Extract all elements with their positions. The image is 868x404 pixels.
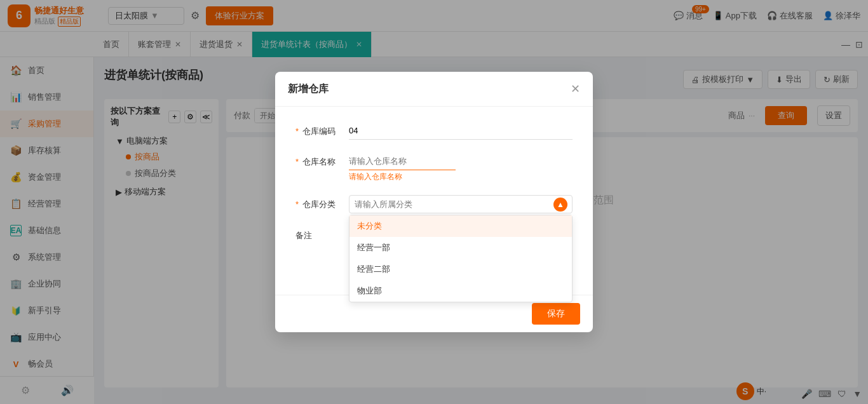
category-field-row: * 仓库分类 ▲ 未分类 经营一部 经营二部 物业部 [295,195,573,213]
dialog-body: * 仓库编码 * 仓库名称 请输入仓库名称 * 仓库分类 [275,107,593,295]
dropdown-item-1[interactable]: 经营一部 [349,237,572,259]
name-field-row: * 仓库名称 请输入仓库名称 [295,152,573,182]
category-label: * 仓库分类 [295,195,341,210]
name-error-msg: 请输入仓库名称 [349,172,456,182]
dropdown-item-2[interactable]: 经营二部 [349,259,572,280]
select-arrow-btn[interactable]: ▲ [553,198,567,212]
code-input[interactable] [349,122,573,140]
dialog-title: 新增仓库 [288,83,329,96]
name-label: * 仓库名称 [295,152,341,168]
new-warehouse-dialog: 新增仓库 ✕ * 仓库编码 * 仓库名称 请输入仓库名称 [275,72,593,332]
category-input[interactable] [349,195,573,213]
category-select-wrap: ▲ 未分类 经营一部 经营二部 物业部 [349,195,573,213]
dialog-close-btn[interactable]: ✕ [571,82,580,96]
dropdown-item-3[interactable]: 物业部 [349,280,572,302]
dropdown-item-0[interactable]: 未分类 [349,215,572,237]
code-label: * 仓库编码 [295,122,341,137]
category-dropdown: 未分类 经营一部 经营二部 物业部 [349,215,573,302]
code-field-row: * 仓库编码 [295,122,573,140]
notes-label: 备注 [295,226,341,241]
name-input[interactable] [349,152,456,170]
dialog-header: 新增仓库 ✕ [275,72,593,107]
save-button[interactable]: 保存 [532,303,580,325]
